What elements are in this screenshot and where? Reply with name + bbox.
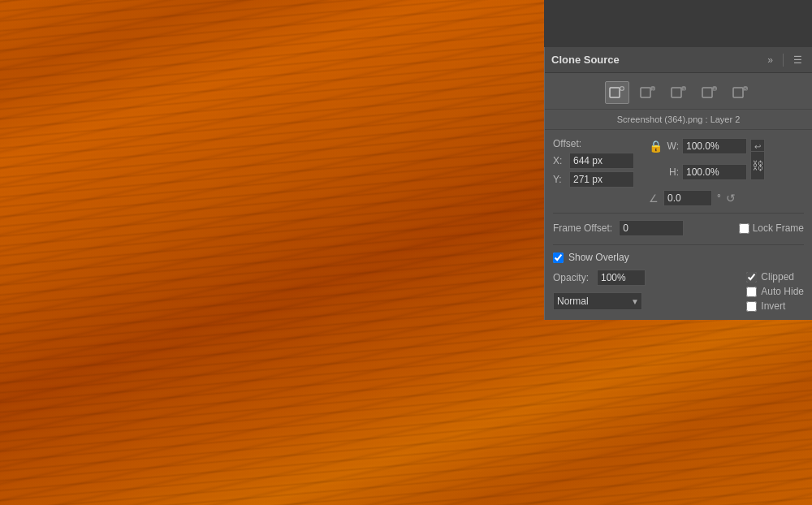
clone-source-panel: Clone Source » ☰ 2 — [544, 47, 812, 320]
reset-angle-icon[interactable]: ↺ — [726, 192, 736, 205]
w-label: W: — [666, 140, 679, 152]
show-overlay-row: Show Overlay — [553, 252, 804, 263]
panel-body: Offset: X: Y: 🔒 W: — [545, 130, 812, 320]
width-row: 🔒 W: ↩ — [649, 138, 804, 154]
auto-hide-checkbox[interactable] — [746, 287, 757, 297]
lock-wh-icon: 🔒 — [649, 140, 663, 153]
clipped-label: Clipped — [761, 271, 794, 283]
frame-offset-input[interactable] — [619, 220, 684, 236]
header-divider — [783, 54, 784, 67]
blend-mode-wrapper: Normal Dissolve Multiply Screen Overlay … — [553, 292, 642, 310]
offset-section: Offset: X: Y: — [553, 138, 641, 206]
source-button-5[interactable]: 5 — [728, 81, 753, 104]
overlay-main: Opacity: Normal Dissolve Multiply Screen… — [553, 270, 804, 312]
svg-rect-0 — [610, 88, 620, 97]
show-overlay-checkbox[interactable] — [553, 252, 564, 263]
offset-x-row: X: — [553, 153, 634, 169]
lock-frame-checkbox[interactable] — [739, 223, 749, 234]
svg-rect-13 — [733, 88, 743, 97]
overlay-left: Opacity: Normal Dissolve Multiply Screen… — [553, 270, 736, 312]
frame-offset-row: Frame Offset: Lock Frame — [553, 213, 804, 236]
height-input[interactable] — [682, 164, 747, 180]
panel-header: Clone Source » ☰ — [545, 47, 812, 73]
svg-rect-4 — [641, 88, 650, 97]
source-icons-row: 2 3 4 5 — [545, 73, 812, 110]
height-row: 🔒 H: ⛓ — [649, 158, 804, 187]
show-overlay-label: Show Overlay — [568, 252, 629, 263]
offset-label: Offset: — [553, 138, 634, 149]
layer-info: Screenshot (364).png : Layer 2 — [545, 110, 812, 130]
source-button-3[interactable]: 3 — [667, 81, 691, 104]
chain-link-icon[interactable]: ⛓ — [750, 151, 765, 180]
lock-frame-label: Lock Frame — [753, 222, 804, 234]
dark-corner — [544, 0, 812, 49]
lock-frame-section: Lock Frame — [739, 222, 804, 234]
angle-row: ∠ ° ↺ — [649, 190, 804, 206]
invert-label: Invert — [761, 300, 785, 312]
angle-icon: ∠ — [649, 192, 659, 205]
wh-section: 🔒 W: ↩ 🔒 H: ⛓ ∠ — [649, 138, 804, 206]
clipped-row: Clipped — [746, 271, 804, 283]
panel-title: Clone Source — [551, 54, 764, 66]
width-input[interactable] — [682, 138, 747, 154]
opacity-input[interactable] — [597, 270, 646, 286]
source-button-4[interactable]: 4 — [698, 81, 722, 104]
panel-header-controls: » ☰ — [764, 53, 806, 67]
overlay-section: Show Overlay Opacity: Normal Dissolve — [553, 244, 804, 312]
overlay-right: Clipped Auto Hide Invert — [746, 270, 804, 312]
offset-wh-section: Offset: X: Y: 🔒 W: — [553, 138, 804, 206]
svg-rect-10 — [702, 88, 712, 97]
frame-offset-label: Frame Offset: — [553, 222, 612, 234]
blend-mode-select[interactable]: Normal Dissolve Multiply Screen Overlay — [553, 292, 642, 310]
auto-hide-label: Auto Hide — [761, 286, 804, 297]
opacity-row: Opacity: — [553, 270, 736, 286]
invert-checkbox[interactable] — [746, 301, 757, 312]
source-button-2[interactable]: 2 — [636, 81, 660, 104]
x-input[interactable] — [569, 153, 634, 169]
invert-row: Invert — [746, 300, 804, 312]
source-button-1[interactable] — [605, 81, 629, 104]
auto-hide-row: Auto Hide — [746, 286, 804, 297]
angle-input[interactable] — [663, 190, 712, 206]
y-input[interactable] — [569, 171, 634, 188]
x-label: X: — [553, 155, 564, 166]
clipped-checkbox[interactable] — [746, 272, 757, 283]
y-label: Y: — [553, 174, 564, 185]
degree-symbol: ° — [717, 192, 721, 204]
offset-y-row: Y: — [553, 171, 634, 188]
menu-icon[interactable]: ☰ — [790, 53, 806, 67]
opacity-label: Opacity: — [553, 272, 592, 283]
h-label: H: — [666, 166, 679, 178]
svg-rect-7 — [672, 88, 681, 97]
expand-icon[interactable]: » — [764, 53, 776, 67]
blend-mode-row: Normal Dissolve Multiply Screen Overlay … — [553, 292, 736, 310]
